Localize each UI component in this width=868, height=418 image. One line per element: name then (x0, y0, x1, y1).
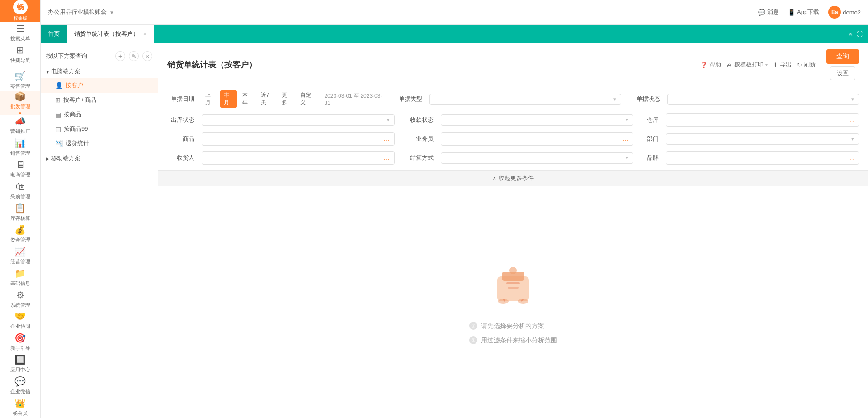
setting-btn[interactable]: 设置 (830, 66, 855, 80)
scheme-item-label: 按客户+商品 (63, 96, 96, 104)
warehouse-select[interactable]: ... (666, 113, 859, 127)
sidebar-item-marketing[interactable]: 📣 营销推广 (0, 115, 41, 137)
query-btn[interactable]: 查询 (826, 49, 859, 64)
sidebar-item-label: 采购管理 (10, 193, 30, 200)
date-value: 上月 本月 本年 近7天 更多 自定义 2023-03-01 至 2023-03… (202, 90, 383, 108)
member-icon: 👑 (14, 398, 26, 408)
refresh-btn[interactable]: ↻ 刷新 (797, 61, 816, 69)
department-arrow: ▾ (851, 136, 854, 142)
settlement-select[interactable]: ▾ (441, 152, 634, 164)
tip-num-1: ① (469, 322, 477, 330)
out-status-select[interactable]: ▾ (202, 114, 395, 126)
sidebar-item-member[interactable]: 👑 畅会员 (0, 396, 41, 418)
date-tab-this-month[interactable]: 本月 (220, 90, 237, 108)
add-scheme-btn[interactable]: + (115, 51, 125, 61)
date-tab-last7[interactable]: 近7天 (257, 90, 277, 108)
edit-scheme-btn[interactable]: ✎ (129, 51, 139, 61)
header-dropdown-icon[interactable]: ▾ (110, 9, 113, 16)
sidebar-item-operation[interactable]: 📈 经营管理 (0, 245, 41, 266)
product-dots[interactable]: ... (383, 135, 389, 143)
message-label: 消息 (767, 8, 779, 16)
scheme-panel-header: 按以下方案查询 + ✎ « (41, 48, 158, 65)
tab-home[interactable]: 首页 (41, 25, 67, 43)
warehouse-dots[interactable]: ... (848, 116, 854, 124)
sidebar-item-inventory[interactable]: 📋 库存核算 (0, 201, 41, 223)
out-status-arrow: ▾ (387, 117, 390, 123)
scheme-item-return-stats[interactable]: 📉 退货统计 (41, 136, 158, 151)
tab-close-icon[interactable]: × (143, 31, 146, 37)
scheme-item-by-customer-product[interactable]: ⊞ 按客户+商品 (41, 93, 158, 107)
sidebar-item-label: 经营管理 (10, 258, 30, 265)
type-select[interactable]: ▾ (429, 94, 621, 105)
sidebar-item-wechat[interactable]: 💬 企业微信 (0, 375, 41, 396)
svg-rect-4 (508, 287, 519, 289)
receiver-dots[interactable]: ... (383, 154, 389, 162)
finance-icon: 💰 (14, 224, 26, 235)
brand-dots[interactable]: ... (848, 154, 854, 162)
sidebar-item-quick-nav[interactable]: ⊞ 快捷导航 (0, 43, 41, 65)
settlement-label: 结算方式 (402, 154, 434, 162)
product-icon: ▤ (55, 111, 61, 118)
filter-row-1: 单据日期 上月 本月 本年 近7天 更多 自定义 2023-03-01 至 20… (167, 90, 859, 108)
scheme-group-desktop-header[interactable]: ▾ 电脑端方案 (41, 65, 158, 78)
filter-row-4: 收货人 ... 结算方式 ▾ 品牌 ... (167, 151, 859, 165)
status-select[interactable]: ▾ (667, 94, 859, 105)
help-btn[interactable]: ❓ 帮助 (700, 61, 721, 69)
query-area: 查询 设置 (826, 49, 859, 80)
status-arrow: ▾ (851, 96, 854, 102)
sidebar-item-ecom[interactable]: 🖥 电商管理 (0, 158, 41, 180)
sidebar-item-system[interactable]: ⚙ 系统管理 (0, 288, 41, 310)
date-tab-custom[interactable]: 自定义 (297, 90, 318, 108)
collapse-arrow-icon: ∧ (492, 175, 497, 182)
product-select[interactable]: ... (202, 132, 395, 146)
salesman-dots[interactable]: ... (623, 135, 628, 143)
sidebar-divider (7, 67, 34, 67)
sidebar-item-retail[interactable]: 🛒 零售管理 (0, 69, 41, 91)
brand-label: 品牌 (641, 154, 659, 162)
date-tab-this-year[interactable]: 本年 (239, 90, 255, 108)
logo[interactable]: 畅 标账版 (0, 0, 41, 22)
sidebar-item-apps[interactable]: 🔲 应用中心 (0, 353, 41, 375)
receiver-select[interactable]: ... (202, 151, 395, 165)
sidebar-item-enterprise[interactable]: 🤝 企业协同 (0, 310, 41, 332)
scheme-item-by-product-99[interactable]: ▤ 按商品99 (41, 122, 158, 136)
department-label: 部门 (641, 135, 659, 143)
scheme-panel-title: 按以下方案查询 (46, 52, 87, 60)
window-max-btn[interactable]: ⛶ (857, 31, 863, 38)
department-select[interactable]: ▾ (666, 133, 859, 145)
collapse-bar[interactable]: ∧ 收起更多条件 (158, 171, 868, 186)
scheme-group-desktop: ▾ 电脑端方案 👤 按客户 ⊞ 按客户+商品 ▤ 按商品 ▤ 按商品99 (41, 65, 158, 151)
export-btn[interactable]: ⬇ 导出 (773, 61, 792, 69)
scheme-item-by-product[interactable]: ▤ 按商品 (41, 107, 158, 122)
message-btn[interactable]: 💬 消息 (758, 8, 779, 16)
date-tab-last-month[interactable]: 上月 (202, 90, 218, 108)
empty-tip-2: ② 用过滤条件来缩小分析范围 (469, 334, 557, 347)
window-close-btn[interactable]: ✕ (848, 31, 853, 38)
empty-state: ① 请先选择要分析的方案 ② 用过滤条件来缩小分析范围 (158, 186, 868, 418)
sidebar-item-newbie[interactable]: 🎯 新手引导 (0, 331, 41, 353)
scheme-group-mobile-header[interactable]: ▸ 移动端方案 (41, 152, 158, 165)
expand-arrow: ▾ (46, 68, 49, 75)
scheme-group-label: 移动端方案 (51, 154, 80, 162)
app-download-btn[interactable]: 📱 App下载 (788, 8, 819, 16)
payment-status-select[interactable]: ▾ (441, 114, 634, 126)
tab-sales-stats[interactable]: 销货单统计表（按客户） × (67, 25, 154, 43)
sidebar-item-search-menu[interactable]: ☰ 搜索菜单 (0, 22, 41, 43)
salesman-select[interactable]: ... (441, 132, 634, 146)
warehouse-label: 仓库 (641, 116, 659, 124)
scheme-item-by-customer[interactable]: 👤 按客户 (41, 78, 158, 93)
sidebar-item-sales[interactable]: 📊 销售管理 (0, 136, 41, 158)
filter-row-3: 商品 ... 业务员 ... 部门 ▾ (167, 132, 859, 146)
sidebar-item-finance[interactable]: 💰 资金管理 (0, 223, 41, 245)
sidebar-item-purchase[interactable]: 🛍 采购管理 (0, 180, 41, 201)
user-area[interactable]: Ea demo2 (828, 6, 861, 19)
sidebar-item-basic[interactable]: 📁 基础信息 (0, 266, 41, 288)
content-area: 按以下方案查询 + ✎ « ▾ 电脑端方案 👤 (41, 43, 868, 418)
empty-tip-1: ① 请先选择要分析的方案 (469, 319, 557, 332)
print-btn[interactable]: 🖨 按模板打印 ▾ (726, 61, 768, 69)
sidebar-item-wholesale[interactable]: 📦 批发管理 ▲ (0, 91, 41, 115)
collapse-panel-btn[interactable]: « (142, 51, 152, 61)
date-tab-more[interactable]: 更多 (278, 90, 295, 108)
brand-select[interactable]: ... (666, 151, 859, 165)
collapse-label: 收起更多条件 (499, 174, 534, 182)
